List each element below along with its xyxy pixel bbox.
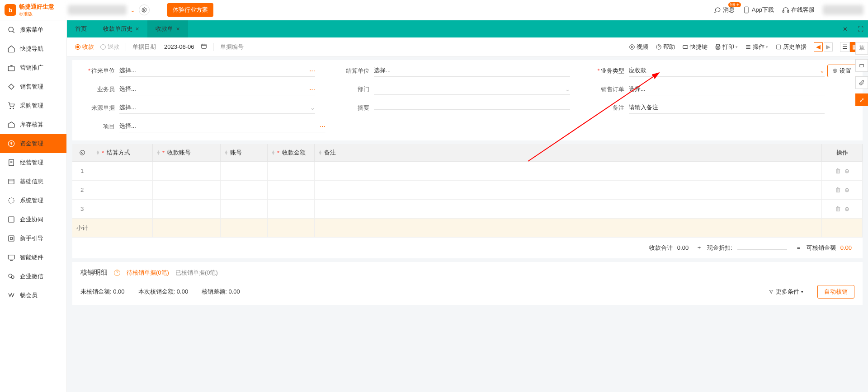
summary-input[interactable] bbox=[374, 106, 570, 110]
field-label: 业务类型 bbox=[601, 67, 624, 74]
sidebar-item-basic[interactable]: 基础信息 bbox=[0, 172, 66, 191]
info-icon[interactable]: ? bbox=[114, 270, 120, 276]
messages-link[interactable]: 消息 99 + bbox=[714, 6, 735, 14]
rail-attach-icon[interactable] bbox=[855, 76, 868, 89]
field-label: 销售订单 bbox=[588, 85, 629, 93]
sidebar-item-enterprise[interactable]: 企业协同 bbox=[0, 210, 66, 229]
close-icon[interactable]: ✕ bbox=[176, 26, 180, 32]
download-link[interactable]: App下载 bbox=[743, 6, 774, 14]
tb-history[interactable]: 历史单据 bbox=[775, 43, 807, 51]
source-select[interactable]: 选择...⌄ bbox=[119, 102, 315, 114]
sidebar-item-wechat[interactable]: 企业微信 bbox=[0, 267, 66, 286]
tb-help[interactable]: 帮助 bbox=[656, 43, 675, 51]
th-accountno[interactable]: ▲▼账号 bbox=[221, 144, 268, 161]
tb-video[interactable]: 视频 bbox=[629, 43, 648, 51]
sidebar-item-label: 企业协同 bbox=[20, 215, 43, 224]
add-icon[interactable]: ⊕ bbox=[844, 187, 849, 193]
chevron-down-icon[interactable]: ⌄ bbox=[310, 104, 315, 111]
th-gear[interactable] bbox=[72, 144, 92, 161]
view-list-icon[interactable]: ☰ bbox=[840, 42, 850, 52]
salesman-select[interactable]: 选择...⋯ bbox=[119, 83, 315, 95]
radio-receipt[interactable]: 收款 bbox=[75, 43, 94, 51]
docno-label: 单据编号 bbox=[220, 43, 244, 51]
sidebar-item-business[interactable]: 经营管理 bbox=[0, 153, 66, 172]
settings-button[interactable]: 设置 bbox=[827, 65, 856, 77]
note-input[interactable]: 请输入备注 bbox=[629, 102, 825, 114]
delete-icon[interactable]: 🗑 bbox=[835, 205, 841, 212]
table-row[interactable]: 2🗑⊕ bbox=[72, 181, 863, 200]
tab-expand-icon[interactable]: ⛶ bbox=[853, 26, 868, 33]
tab-home[interactable]: 首页 bbox=[67, 20, 95, 37]
project-select[interactable]: 选择...⋯ bbox=[119, 120, 326, 132]
sidebar-item-search[interactable]: 搜索菜单 bbox=[0, 20, 66, 39]
rail-expand-icon[interactable]: ⤢ bbox=[855, 93, 868, 106]
gear-icon[interactable] bbox=[139, 5, 150, 15]
chevron-down-icon[interactable]: ⌄ bbox=[130, 7, 135, 14]
tb-operate[interactable]: 操作▾ bbox=[745, 43, 768, 51]
close-icon[interactable]: ✕ bbox=[135, 26, 139, 32]
table-header: ▲▼*结算方式 ▲▼*收款账号 ▲▼账号 ▲▼*收款金额 ▲▼备注 操作 bbox=[72, 144, 863, 162]
service-label: 在线客服 bbox=[791, 6, 815, 14]
settle-select[interactable]: 选择... bbox=[374, 65, 570, 77]
tab-history[interactable]: 收款单历史✕ bbox=[95, 20, 147, 37]
delete-icon[interactable]: 🗑 bbox=[835, 187, 841, 193]
delete-icon[interactable]: 🗑 bbox=[835, 168, 841, 174]
field-label: 部门 bbox=[333, 85, 374, 93]
more-icon[interactable]: ⋯ bbox=[309, 86, 315, 93]
svg-rect-13 bbox=[9, 236, 14, 241]
tb-shortcut[interactable]: 快捷键 bbox=[682, 43, 708, 51]
th-amount[interactable]: ▲▼*收款金额 bbox=[268, 144, 315, 161]
totals-bar: 收款合计 0.00 + 现金折扣: = 可核销金额 0.00 bbox=[72, 238, 863, 258]
chevron-down-icon[interactable]: ⌄ bbox=[565, 86, 570, 93]
sidebar-item-marketing[interactable]: 营销推广 bbox=[0, 58, 66, 77]
add-icon[interactable]: ⊕ bbox=[844, 168, 849, 174]
add-icon[interactable]: ⊕ bbox=[844, 205, 849, 212]
rail-draft-icon[interactable]: 草 bbox=[855, 42, 868, 55]
more-icon[interactable]: ⋯ bbox=[320, 123, 326, 130]
sidebar-item-guide[interactable]: 新手引导 bbox=[0, 229, 66, 248]
tab-label: 收款单 bbox=[156, 25, 173, 33]
sidebar-item-purchase[interactable]: 采购管理 bbox=[0, 96, 66, 115]
sidebar-item-vip[interactable]: 畅会员 bbox=[0, 286, 66, 305]
svg-point-25 bbox=[835, 70, 836, 72]
rail-print-icon[interactable] bbox=[855, 59, 868, 72]
svg-point-11 bbox=[9, 198, 14, 203]
nav-next-icon[interactable]: ▶ bbox=[824, 42, 833, 51]
chevron-down-icon[interactable]: ⌄ bbox=[820, 67, 825, 74]
sidebar-item-label: 营销推广 bbox=[20, 64, 43, 72]
calendar-icon[interactable] bbox=[201, 43, 207, 51]
sidebar-item-system[interactable]: 系统管理 bbox=[0, 191, 66, 210]
sidebar-item-sales[interactable]: 销售管理 bbox=[0, 77, 66, 96]
th-account[interactable]: ▲▼*收款账号 bbox=[153, 144, 221, 161]
th-note[interactable]: ▲▼备注 bbox=[315, 144, 822, 161]
tab-receipt[interactable]: 收款单✕ bbox=[147, 20, 188, 37]
detail-tab-done[interactable]: 已核销单据(0笔) bbox=[175, 269, 218, 277]
table-row[interactable]: 1🗑⊕ bbox=[72, 162, 863, 181]
sidebar-item-hardware[interactable]: 智能硬件 bbox=[0, 248, 66, 267]
tb-print[interactable]: 打印▾ bbox=[715, 43, 738, 51]
more-icon[interactable]: ⋯ bbox=[309, 67, 315, 74]
th-paymethod[interactable]: ▲▼*结算方式 bbox=[92, 144, 153, 161]
svg-rect-5 bbox=[8, 66, 14, 71]
radio-label: 退款 bbox=[108, 43, 119, 51]
order-select[interactable]: 选择... bbox=[629, 83, 825, 95]
sidebar-item-fund[interactable]: 资金管理 bbox=[0, 134, 66, 153]
auto-writeoff-button[interactable]: 自动核销 bbox=[817, 285, 854, 299]
nav-prev-icon[interactable]: ◀ bbox=[814, 42, 823, 51]
radio-refund[interactable]: 退款 bbox=[100, 43, 119, 51]
unit-select[interactable]: 选择...⋯ bbox=[119, 65, 315, 77]
tab-close-all-icon[interactable]: ✕ bbox=[837, 26, 853, 33]
svg-point-26 bbox=[81, 152, 83, 154]
field-label: 项目 bbox=[79, 122, 119, 131]
date-value[interactable]: 2023-06-06 bbox=[164, 43, 194, 50]
dept-select[interactable]: ⌄ bbox=[374, 84, 570, 95]
service-link[interactable]: 在线客服 bbox=[782, 6, 815, 14]
trial-button[interactable]: 体验行业方案 bbox=[167, 3, 213, 17]
table-row[interactable]: 3🗑⊕ bbox=[72, 200, 863, 219]
biztype-select[interactable]: 应收款⌄ bbox=[629, 65, 825, 77]
sidebar-item-quicknav[interactable]: 快捷导航 bbox=[0, 39, 66, 58]
discount-input[interactable] bbox=[737, 249, 787, 250]
detail-tab-pending[interactable]: 待核销单据(0笔) bbox=[127, 269, 169, 277]
sidebar-item-inventory[interactable]: 库存核算 bbox=[0, 115, 66, 134]
more-conditions-button[interactable]: 更多条件▾ bbox=[768, 287, 804, 296]
